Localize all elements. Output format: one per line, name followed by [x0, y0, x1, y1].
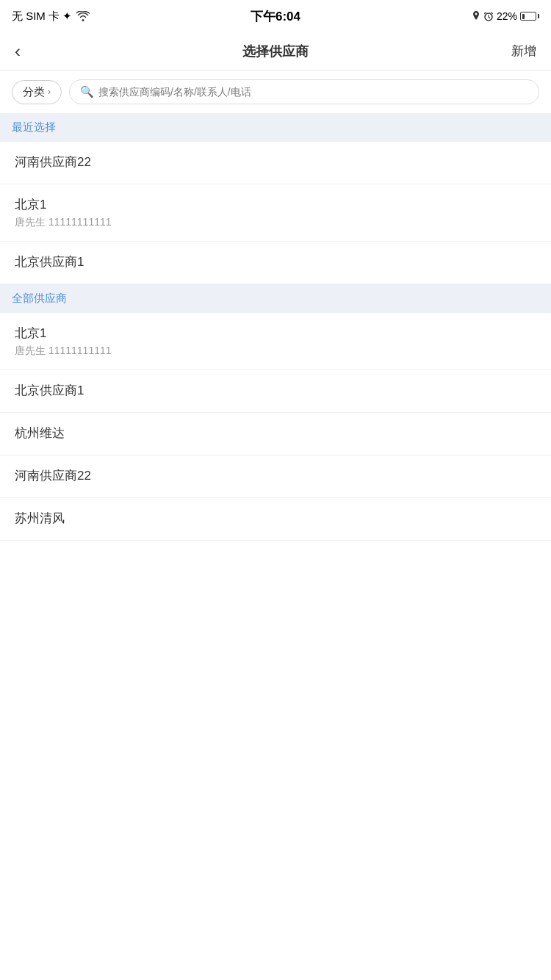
status-right: 22%	[472, 10, 539, 22]
battery-icon	[520, 12, 539, 21]
recent-section-header: 最近选择	[0, 113, 551, 142]
supplier-name: 杭州维达	[15, 425, 536, 442]
location-icon	[472, 11, 480, 21]
supplier-name: 北京供应商1	[15, 382, 536, 399]
supplier-name: 北京供应商1	[15, 253, 536, 270]
supplier-name: 河南供应商22	[15, 467, 536, 484]
status-time: 下午6:04	[251, 8, 300, 25]
wifi-icon	[76, 11, 90, 21]
chevron-right-icon: ›	[48, 87, 51, 97]
search-icon: 🔍	[80, 85, 94, 98]
sim-label: 无 SIM 卡 ✦	[12, 10, 72, 24]
all-section-header: 全部供应商	[0, 284, 551, 313]
list-item[interactable]: 北京供应商1	[0, 370, 551, 413]
status-bar: 无 SIM 卡 ✦ 下午6:04 22%	[0, 0, 551, 32]
status-left: 无 SIM 卡 ✦	[12, 10, 90, 24]
supplier-name: 苏州清风	[15, 510, 536, 527]
list-item[interactable]: 河南供应商22	[0, 455, 551, 498]
category-label: 分类	[23, 85, 45, 99]
page-title: 选择供应商	[242, 43, 309, 60]
filter-bar: 分类 › 🔍	[0, 71, 551, 113]
back-button[interactable]: ‹	[15, 43, 21, 60]
supplier-name: 北京1	[15, 196, 536, 213]
category-filter[interactable]: 分类 ›	[12, 80, 62, 104]
search-input[interactable]	[98, 86, 528, 98]
supplier-name: 北京1	[15, 325, 536, 342]
list-item[interactable]: 杭州维达	[0, 413, 551, 455]
add-button[interactable]: 新增	[511, 43, 536, 60]
supplier-name: 河南供应商22	[15, 154, 536, 170]
recent-list: 河南供应商22北京1唐先生 11111111111北京供应商1	[0, 142, 551, 284]
supplier-sub: 唐先生 11111111111	[15, 216, 536, 229]
list-item[interactable]: 北京1唐先生 11111111111	[0, 313, 551, 370]
search-box[interactable]: 🔍	[69, 79, 539, 104]
list-item[interactable]: 苏州清风	[0, 498, 551, 541]
supplier-sub: 唐先生 11111111111	[15, 345, 536, 358]
list-item[interactable]: 北京供应商1	[0, 242, 551, 284]
alarm-icon	[483, 11, 494, 21]
nav-bar: ‹ 选择供应商 新增	[0, 32, 551, 71]
all-list: 北京1唐先生 11111111111北京供应商1杭州维达河南供应商22苏州清风	[0, 313, 551, 541]
list-item[interactable]: 北京1唐先生 11111111111	[0, 184, 551, 242]
list-item[interactable]: 河南供应商22	[0, 142, 551, 184]
battery-percent: 22%	[497, 10, 517, 22]
